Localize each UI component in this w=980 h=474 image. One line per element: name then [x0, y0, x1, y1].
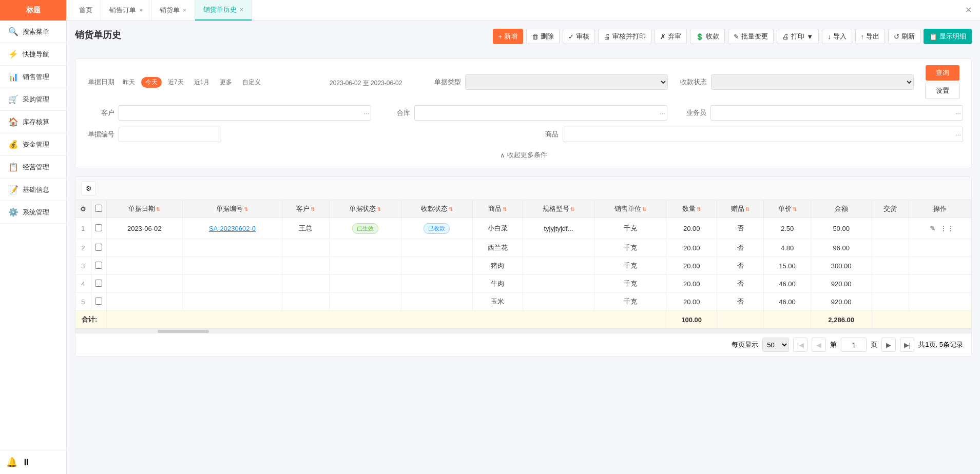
- last-page-button[interactable]: ▶|: [900, 338, 914, 352]
- collect-button[interactable]: 💲 收款: [690, 29, 725, 44]
- date-tag-custom[interactable]: 自定义: [238, 77, 265, 88]
- next-page-button[interactable]: ▶: [881, 338, 896, 352]
- row-gift-1: 否: [717, 218, 763, 239]
- th-gift[interactable]: 赠品 ⇅: [717, 200, 763, 218]
- sidebar-item-ops-mgmt[interactable]: 📋 经营管理: [0, 156, 66, 179]
- page-size-select[interactable]: 50 100 200: [762, 338, 789, 352]
- audit-print-button[interactable]: 🖨 审核并打印: [598, 29, 651, 44]
- date-tag-today[interactable]: 今天: [141, 77, 162, 88]
- new-button-label: 新增: [504, 32, 517, 41]
- filter-actions: 查询 设置: [922, 65, 963, 99]
- row-doc-status-4: [329, 275, 401, 293]
- abandon-button[interactable]: ✗ 弃审: [655, 29, 687, 44]
- filter-item-doc-type: 单据类型: [430, 74, 668, 90]
- collapse-label: 收起更多条件: [507, 150, 547, 160]
- row-checkbox-4[interactable]: [91, 275, 106, 293]
- tab-delivery[interactable]: 销货单 ×: [151, 0, 195, 21]
- delete-button[interactable]: 🗑 删除: [526, 29, 560, 44]
- query-button[interactable]: 查询: [926, 65, 959, 81]
- date-tag-yesterday[interactable]: 昨天: [119, 77, 139, 88]
- th-payment-status[interactable]: 收款状态 ⇅: [401, 200, 473, 218]
- th-doc-number-label: 单据编号: [216, 204, 243, 213]
- tab-delivery-history[interactable]: 销货单历史 ×: [195, 0, 252, 21]
- page-number-input[interactable]: 1: [841, 338, 867, 352]
- th-doc-number[interactable]: 单据编号 ⇅: [182, 200, 282, 218]
- row-doc-number-1[interactable]: SA-20230602-0: [182, 218, 282, 239]
- row-gift-3: 否: [717, 257, 763, 275]
- th-sales-unit[interactable]: 销售单位 ⇅: [594, 200, 666, 218]
- product-input[interactable]: [563, 127, 964, 142]
- audit-button[interactable]: ✓ 审核: [563, 29, 595, 44]
- more-icon-1[interactable]: ⋮⋮: [941, 222, 953, 234]
- row-checkbox-2[interactable]: [91, 239, 106, 257]
- sidebar-item-basic-info[interactable]: 📝 基础信息: [0, 179, 66, 201]
- th-unit-price[interactable]: 单价 ⇅: [764, 200, 811, 218]
- th-spec-label: 规格型号: [543, 204, 569, 213]
- date-tag-last7[interactable]: 近7天: [164, 77, 188, 88]
- tab-delivery-history-close[interactable]: ×: [240, 6, 243, 13]
- horizontal-scrollbar[interactable]: [75, 329, 971, 333]
- new-button[interactable]: + 新增: [493, 29, 524, 44]
- th-doc-date[interactable]: 单据日期 ⇅: [106, 200, 182, 218]
- customer-dots-btn[interactable]: ···: [363, 109, 369, 117]
- row-customer-4: [282, 275, 329, 293]
- sidebar-item-finance-mgmt[interactable]: 💰 资金管理: [0, 133, 66, 156]
- print-button[interactable]: 🖨 打印 ▼: [777, 29, 819, 44]
- row-checkbox-5[interactable]: [91, 293, 106, 311]
- export-button[interactable]: ↑ 导出: [855, 29, 886, 44]
- filter-row-2: 客户 ··· 合库 ··· 业务员: [84, 105, 963, 121]
- tab-delivery-close[interactable]: ×: [183, 7, 186, 14]
- row-checkbox-3[interactable]: [91, 257, 106, 275]
- collapse-button[interactable]: ∧ 收起更多条件: [84, 148, 963, 162]
- sidebar-item-sales-mgmt[interactable]: 📊 销售管理: [0, 66, 66, 88]
- customer-input[interactable]: [119, 105, 371, 121]
- tab-sales-order-close[interactable]: ×: [139, 7, 143, 14]
- select-all-checkbox[interactable]: [95, 205, 102, 212]
- th-quantity[interactable]: 数量 ⇅: [666, 200, 717, 218]
- sidebar-item-quick-nav[interactable]: ⚡ 快捷导航: [0, 43, 66, 66]
- show-detail-button[interactable]: 📋 显示明细: [924, 29, 972, 44]
- first-page-button[interactable]: |◀: [793, 338, 808, 352]
- tab-close-all-icon[interactable]: ✕: [965, 5, 972, 15]
- import-button[interactable]: ↓ 导入: [822, 29, 852, 44]
- th-product[interactable]: 商品 ⇅: [473, 200, 523, 218]
- th-customer[interactable]: 客户 ⇅: [282, 200, 329, 218]
- doc-number-input[interactable]: [119, 127, 221, 142]
- product-dots-btn[interactable]: ···: [955, 131, 961, 139]
- row-doc-date-3: [106, 257, 182, 275]
- notification-icon[interactable]: 🔔: [6, 457, 17, 468]
- refresh-button[interactable]: ↺ 刷新: [888, 29, 920, 44]
- row-checkbox-1[interactable]: [91, 218, 106, 239]
- sidebar-item-label: 快捷导航: [23, 50, 49, 59]
- settings-button[interactable]: 设置: [925, 83, 960, 99]
- warehouse-input[interactable]: [414, 105, 667, 121]
- date-group: 昨天 今天 近7天 近1月 更多 自定义: [119, 77, 265, 88]
- doc-type-select[interactable]: [465, 74, 668, 90]
- payment-status-select[interactable]: [711, 74, 914, 90]
- date-tag-last1month[interactable]: 近1月: [190, 77, 214, 88]
- date-tag-more[interactable]: 更多: [216, 77, 236, 88]
- batch-change-button[interactable]: ✎ 批量变更: [728, 29, 774, 44]
- edit-icon-1[interactable]: ✎: [927, 222, 939, 234]
- page-suffix: 页: [871, 340, 877, 349]
- sidebar-item-search-menu[interactable]: 🔍 搜索菜单: [0, 21, 66, 43]
- row-num-1: 1: [75, 218, 91, 239]
- table-settings-icon[interactable]: ⚙: [82, 181, 96, 195]
- tab-home[interactable]: 首页: [71, 0, 101, 21]
- sidebar-item-sys-mgmt[interactable]: ⚙️ 系统管理: [0, 201, 66, 224]
- prev-page-button[interactable]: ◀: [812, 338, 826, 352]
- row-unit-price-1: 2.50: [764, 218, 811, 239]
- scroll-thumb[interactable]: [158, 330, 209, 333]
- salesman-input[interactable]: [710, 105, 963, 121]
- tab-sales-order[interactable]: 销售订单 ×: [101, 0, 151, 21]
- th-spec[interactable]: 规格型号 ⇅: [523, 200, 594, 218]
- sidebar-item-inventory[interactable]: 🏠 库存核算: [0, 111, 66, 133]
- sidebar-item-purchase-mgmt[interactable]: 🛒 采购管理: [0, 88, 66, 111]
- abandon-icon: ✗: [660, 33, 666, 41]
- pause-icon[interactable]: ⏸: [22, 457, 31, 468]
- date-range-text: 2023-06-02 至 2023-06-02: [330, 79, 402, 88]
- row-spec-2: [523, 239, 594, 257]
- salesman-dots-btn[interactable]: ···: [955, 109, 961, 117]
- th-doc-status[interactable]: 单据状态 ⇅: [329, 200, 401, 218]
- warehouse-dots-btn[interactable]: ···: [660, 109, 665, 117]
